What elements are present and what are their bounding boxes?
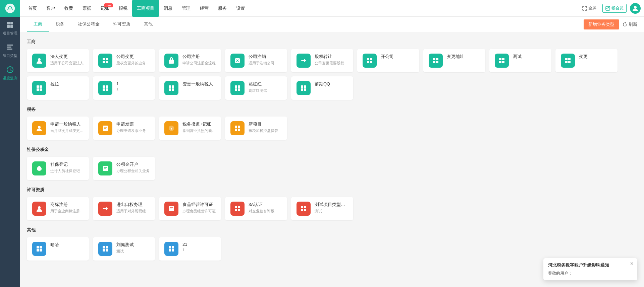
svg-rect-1 — [7, 22, 10, 24]
nav-tax[interactable]: 报税 — [114, 0, 132, 17]
card-info: 公积金开户 办理公积金相关业务 — [116, 161, 150, 173]
card-name: 申请发票 — [116, 121, 150, 127]
card-fund-account[interactable]: 公积金开户 办理公积金相关业务 — [93, 157, 155, 180]
card-desc: 报税加税控盘保管 — [249, 128, 282, 133]
card-icon-company-register — [164, 54, 178, 68]
card-trademark[interactable]: 商标注册 用于企业商标注册服务 — [27, 197, 89, 220]
svg-rect-21 — [370, 61, 372, 63]
nav-settings[interactable]: 设置 — [231, 0, 250, 17]
card-social-register[interactable]: 社保登记 进行人员社保登记 — [27, 157, 89, 180]
svg-rect-27 — [502, 58, 504, 60]
card-company-cancel[interactable]: 公司注销 适用于注销公司 — [225, 49, 287, 72]
svg-rect-82 — [172, 246, 174, 248]
svg-rect-34 — [37, 85, 39, 88]
card-lala[interactable]: 拉拉 — [27, 76, 89, 100]
card-name: 商标注册 — [50, 202, 84, 208]
fullscreen-button[interactable]: 全屏 — [580, 4, 599, 12]
card-legal-change[interactable]: 法人变更 适用于公司变更法人 — [27, 49, 89, 72]
nav-manage[interactable]: 管理 — [177, 0, 195, 17]
nav-collection[interactable]: 收费 — [60, 0, 78, 17]
nav-invoice[interactable]: 票据 — [78, 0, 96, 17]
nav-customer[interactable]: 客户 — [42, 0, 60, 17]
card-name: 拉拉 — [50, 81, 84, 87]
card-import-export[interactable]: 进出口权办理 适用于对外贸易经营者 — [93, 197, 155, 220]
card-desc: 用于企业商标注册服务 — [50, 209, 84, 214]
tab-social-insurance[interactable]: 社保公积金 — [71, 17, 106, 32]
svg-rect-7 — [7, 49, 12, 50]
social-cards-grid: 社保登记 进行人员社保登记 公积金开户 办理公积金相关业务 — [27, 157, 637, 180]
card-tax-report[interactable]: ¥ 税务报道+记账 拿到营业执照的新公司 — [159, 117, 221, 140]
card-new-project[interactable]: 新项目 报税加税控盘保管 — [225, 117, 287, 140]
card-test[interactable]: 测试 — [489, 49, 551, 72]
svg-rect-12 — [103, 58, 105, 60]
refresh-button[interactable]: 刷新 — [623, 21, 637, 27]
card-name: 变更地址 — [447, 54, 480, 60]
svg-rect-38 — [103, 85, 105, 88]
sidebar-item-project-type[interactable]: 项目类型 — [0, 39, 20, 62]
svg-rect-47 — [238, 85, 240, 88]
card-icon-liupei — [98, 242, 112, 256]
svg-rect-43 — [172, 85, 174, 88]
card-info: 3A认证 对企业信誉评级 — [249, 202, 282, 214]
card-one[interactable]: 1 1 — [93, 76, 155, 100]
card-change-taxpayer[interactable]: 变更一般纳税人 — [159, 76, 221, 100]
card-desc: 测试 — [315, 209, 348, 214]
card-info: 股权转让 公司变更需要股权转让 — [315, 54, 348, 66]
tab-other[interactable]: 其他 — [137, 17, 159, 32]
card-name: 哈哈 — [50, 242, 84, 248]
card-desc: 适用于公司变更法人 — [50, 61, 84, 66]
card-3a-cert[interactable]: 3A认证 对企业信誉评级 — [225, 197, 287, 220]
nav-accounting[interactable]: 记账 new — [96, 0, 114, 17]
card-company-register[interactable]: 公司注册 申请公司注册全流程 — [159, 49, 221, 72]
card-name: 21 — [182, 242, 216, 247]
nav-message[interactable]: 消息 — [159, 0, 177, 17]
card-open-company[interactable]: 开公司 — [357, 49, 419, 72]
tab-industry[interactable]: 工商 — [27, 17, 49, 32]
member-button[interactable]: 畅会员 — [602, 4, 627, 13]
svg-rect-75 — [37, 249, 39, 252]
card-name: 进出口权办理 — [116, 202, 150, 208]
avatar[interactable] — [630, 3, 641, 14]
card-apply-taxpayer[interactable]: 申请一般纳税人 当月或次月成变更完成 — [27, 117, 89, 140]
card-change-address[interactable]: 变更地址 — [423, 49, 485, 72]
card-info: 1 1 — [116, 81, 150, 91]
member-icon — [605, 6, 610, 11]
notification-close-button[interactable]: ✕ — [630, 261, 634, 266]
card-name: 前期QQ — [315, 81, 348, 87]
svg-rect-80 — [106, 249, 108, 252]
svg-rect-61 — [238, 129, 240, 131]
scroll-content[interactable]: 工商 法人变更 适用于公司变更法人 — [20, 32, 644, 287]
svg-rect-79 — [103, 249, 105, 252]
svg-rect-71 — [301, 209, 303, 211]
svg-rect-16 — [169, 60, 174, 64]
svg-rect-73 — [37, 246, 39, 248]
nav-operation[interactable]: 经营 — [195, 0, 213, 17]
card-company-change[interactable]: 公司变更 股权变更外的业务变更 — [93, 49, 155, 72]
card-icon-company-change — [98, 54, 112, 68]
card-haha[interactable]: 哈哈 — [27, 237, 89, 261]
card-desc: 1 — [182, 248, 216, 252]
card-apply-invoice[interactable]: 申请发票 办理申请发票业务 — [93, 117, 155, 140]
nav-home[interactable]: 首页 — [23, 0, 42, 17]
card-change2[interactable]: 变更 — [555, 49, 618, 72]
avatar-icon — [632, 5, 638, 11]
tab-tax[interactable]: 税务 — [49, 17, 71, 32]
tab-license[interactable]: 许可资质 — [106, 17, 137, 32]
card-equity-transfer[interactable]: 股权转让 公司变更需要股权转让 — [291, 49, 353, 72]
card-21[interactable]: 21 1 — [159, 237, 221, 261]
card-gehonghong[interactable]: 葛红红 葛红红测试 — [225, 76, 287, 100]
svg-rect-50 — [301, 85, 303, 88]
card-liupei-test[interactable]: 刘佩测试 测试 — [93, 237, 155, 261]
add-type-button[interactable]: 新增业务类型 — [584, 19, 619, 29]
card-food-license[interactable]: 食品经营许可证 办理食品经营许可证 — [159, 197, 221, 220]
nav-industry[interactable]: 工商项目 — [132, 0, 159, 17]
nav-service[interactable]: 服务 — [213, 0, 231, 17]
sidebar-item-progress-monitor[interactable]: 进度监测 — [0, 62, 20, 84]
card-test-type-def[interactable]: 测试项目类型定义 测试 — [291, 197, 353, 220]
sidebar-item-project-manage[interactable]: 项目管理 — [0, 17, 20, 39]
svg-rect-29 — [502, 61, 504, 63]
svg-rect-33 — [568, 61, 571, 63]
card-earlyqq[interactable]: 前期QQ — [291, 76, 353, 100]
topnav: 首页 客户 收费 票据 记账 new 报税 工商项目 消息 管理 经营 服务 设… — [20, 0, 644, 17]
svg-rect-68 — [238, 209, 240, 211]
